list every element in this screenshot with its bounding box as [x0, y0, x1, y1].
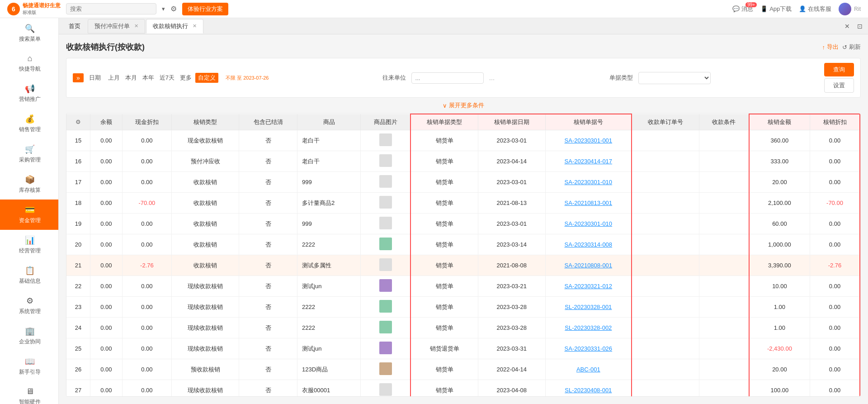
- base-icon: 📋: [25, 266, 35, 276]
- gear-icon[interactable]: ⚙: [170, 5, 177, 13]
- message-icon: 💬: [732, 5, 740, 12]
- td-voucher-date: 2021-08-08: [478, 255, 545, 276]
- sidebar-label: 搜索菜单: [19, 35, 41, 43]
- td-include-settled: 否: [239, 338, 297, 359]
- sidebar-item-search-menu[interactable]: 🔍 搜索菜单: [0, 18, 58, 48]
- page-header: 收款核销执行(按收款) ↑ 导出 ↺ 刷新: [66, 42, 861, 52]
- th-product: 商品: [297, 114, 361, 130]
- td-cancel-type: 现金收款核销: [172, 130, 239, 151]
- td-balance: 0.00: [90, 338, 123, 359]
- message-badge[interactable]: 💬 消息 99+: [732, 5, 753, 13]
- filter-date-range: 不限 至 2023-07-26: [226, 75, 269, 81]
- td-discount: -70.00: [810, 193, 860, 214]
- sidebar-item-system[interactable]: ⚙ 系统管理: [0, 290, 58, 321]
- tab-prepay[interactable]: 预付冲应付单 ✕: [88, 19, 145, 33]
- top-bar: 6 畅捷通谱好生意 标准版 ▾ ⚙ 体验行业方案 💬 消息 99+ 📱 App下…: [0, 0, 868, 18]
- td-voucher-type: 销货单: [410, 255, 478, 276]
- tab-collection[interactable]: 收款核销执行 ✕: [146, 19, 203, 33]
- td-product-image: [361, 380, 410, 397]
- td-voucher-type: 销货单: [410, 318, 478, 338]
- td-product-image: [361, 338, 410, 359]
- th-settings[interactable]: ⚙: [66, 114, 90, 130]
- filter-7days[interactable]: 近7天: [158, 73, 176, 83]
- inventory-icon: 📦: [25, 175, 35, 185]
- operations-icon: 📊: [25, 235, 35, 245]
- sidebar-item-enterprise[interactable]: 🏢 企业协同: [0, 321, 58, 351]
- message-count: 99+: [745, 2, 757, 7]
- td-discount: 0.00: [810, 297, 860, 318]
- td-cancel-type: 现续收款核销: [172, 297, 239, 318]
- dropdown-arrow[interactable]: ▾: [162, 5, 165, 12]
- filter-more-dates[interactable]: 更多: [178, 73, 193, 83]
- td-discount: 0.00: [810, 276, 860, 297]
- tab-home[interactable]: 首页: [62, 19, 87, 33]
- sidebar-item-base[interactable]: 📋 基础信息: [0, 260, 58, 290]
- sidebar-item-marketing[interactable]: 📢 营销推广: [0, 78, 58, 109]
- table-row: 22 0.00 0.00 现续收款核销 否 测试jun 销货单 2023-03-…: [66, 276, 860, 297]
- td-product-image: [361, 130, 410, 151]
- sales-icon: 💰: [25, 114, 35, 124]
- sidebar-item-finance[interactable]: 💳 资金管理: [0, 200, 58, 230]
- app-icon: 📱: [760, 5, 768, 12]
- filter-partner-more[interactable]: …: [489, 75, 496, 81]
- td-balance: 0.00: [90, 318, 123, 338]
- app-download[interactable]: 📱 App下载: [760, 5, 792, 13]
- main-layout: 🔍 搜索菜单 ⌂ 快捷导航 📢 营销推广 💰 销售管理 🛒 采购管理 📦 库存核…: [0, 18, 868, 404]
- filter-last-month[interactable]: 上月: [106, 73, 122, 83]
- top-right-actions: 💬 消息 99+ 📱 App下载 👤 在线客服 Rit: [732, 3, 861, 15]
- tab-fullscreen-action[interactable]: ⊡: [855, 22, 864, 31]
- td-order-no: [632, 172, 699, 193]
- sidebar-item-quick-nav[interactable]: ⌂ 快捷导航: [0, 48, 58, 78]
- filter-voucher-select[interactable]: [638, 72, 711, 84]
- td-product-image: [361, 318, 410, 338]
- td-cancel-type: 现续收款核销: [172, 276, 239, 297]
- filter-partner-input[interactable]: [411, 72, 484, 84]
- sidebar-item-inventory[interactable]: 📦 库存核算: [0, 169, 58, 200]
- sidebar-label: 基础信息: [19, 277, 41, 285]
- sidebar-item-guide[interactable]: 📖 新手引导: [0, 351, 58, 381]
- tab-collection-close[interactable]: ✕: [193, 23, 197, 29]
- td-voucher-type: 销货单: [410, 130, 478, 151]
- td-no: 25: [66, 338, 90, 359]
- settings-button[interactable]: 设置: [824, 78, 854, 93]
- sidebar-item-purchase[interactable]: 🛒 采购管理: [0, 139, 58, 169]
- tab-collection-label: 收款核销执行: [153, 22, 188, 30]
- industry-button[interactable]: 体验行业方案: [182, 3, 228, 15]
- refresh-button[interactable]: ↺ 刷新: [842, 43, 861, 51]
- export-button[interactable]: ↑ 导出: [822, 43, 839, 51]
- td-include-settled: 否: [239, 234, 297, 255]
- sidebar-label: 采购管理: [19, 156, 41, 164]
- td-cash-discount: 0.00: [122, 234, 172, 255]
- td-cancel-type: 现续收款核销: [172, 318, 239, 338]
- td-balance: 0.00: [90, 193, 123, 214]
- th-discount: 核销折扣: [810, 114, 860, 130]
- tab-prepay-close[interactable]: ✕: [134, 23, 138, 29]
- td-voucher-date: 2023-03-14: [478, 234, 545, 255]
- td-voucher-date: 2023-04-14: [478, 151, 545, 172]
- td-amount: 10.00: [749, 276, 810, 297]
- td-order-no: [632, 255, 699, 276]
- sidebar-item-hardware[interactable]: 🖥 智能硬件: [0, 381, 58, 404]
- search-input[interactable]: [66, 3, 156, 14]
- td-no: 24: [66, 318, 90, 338]
- sidebar-item-sales[interactable]: 💰 销售管理: [0, 109, 58, 139]
- expand-more-button[interactable]: ∨ 展开更多条件: [443, 101, 484, 109]
- filter-this-year[interactable]: 本年: [141, 73, 156, 83]
- expand-chevron-icon: ∨: [443, 102, 447, 109]
- content-area: 首页 预付冲应付单 ✕ 收款核销执行 ✕ ✕ ⊡ 收款核销执行(按收款) ↑: [59, 18, 868, 404]
- filter-expand-button[interactable]: »: [73, 73, 84, 82]
- table-row: 23 0.00 0.00 现续收款核销 否 2222 销货单 2023-03-2…: [66, 297, 860, 318]
- td-balance: 0.00: [90, 255, 123, 276]
- tab-close-action[interactable]: ✕: [843, 22, 852, 31]
- td-payment-condition: [699, 359, 749, 380]
- td-discount: 0.00: [810, 359, 860, 380]
- query-button[interactable]: 查询: [824, 63, 854, 76]
- export-icon: ↑: [822, 44, 826, 51]
- filter-custom[interactable]: 自定义: [195, 73, 218, 83]
- td-discount: 0.00: [810, 318, 860, 338]
- sidebar-item-operations[interactable]: 📊 经营管理: [0, 230, 58, 260]
- table-row: 18 0.00 -70.00 收款核销 否 多计量商品2 销货单 2021-08…: [66, 193, 860, 214]
- filter-this-month[interactable]: 本月: [123, 73, 139, 83]
- online-service[interactable]: 👤 在线客服: [799, 5, 831, 13]
- user-avatar-area[interactable]: Rit: [839, 3, 861, 15]
